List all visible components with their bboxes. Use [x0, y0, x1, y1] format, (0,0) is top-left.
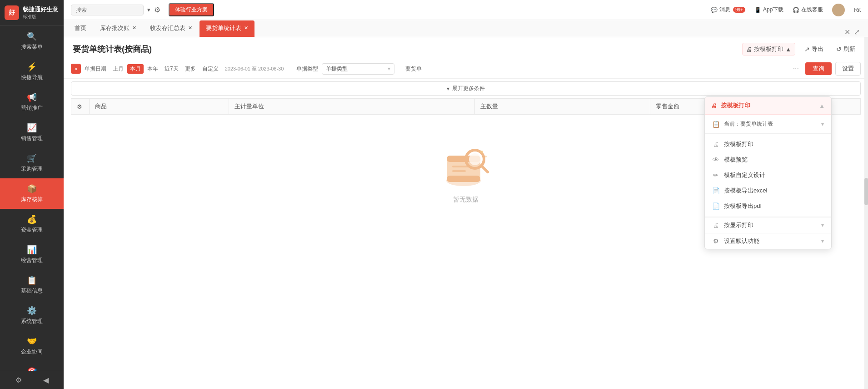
- dropdown-item-display-print[interactable]: 🖨 按显示打印 ▾: [705, 217, 831, 233]
- online-service-button[interactable]: 🎧 在线客服: [793, 6, 823, 14]
- tab-inventory-batch[interactable]: 库存批次账✕: [94, 20, 143, 37]
- collab-icon: 🤝: [27, 336, 37, 346]
- date-btn-prev_month[interactable]: 上月: [110, 64, 126, 74]
- sidebar-collapse-icon[interactable]: ◀: [43, 376, 49, 384]
- dropdown-current-label-area: 📋 当前：要货单统计表: [712, 120, 773, 128]
- dropdown-item-set-default[interactable]: ⚙ 设置默认功能 ▾: [705, 233, 831, 249]
- app-download-icon: 📱: [754, 7, 761, 13]
- display-print-icon: 🖨: [712, 222, 719, 229]
- sidebar-settings-icon[interactable]: ⚙: [15, 376, 22, 384]
- dropdown-item-template-custom[interactable]: ✏ 模板自定义设计: [705, 167, 831, 183]
- scrollbar[interactable]: [864, 37, 868, 389]
- search-chevron-icon[interactable]: ▾: [147, 6, 150, 13]
- svg-point-7: [469, 153, 481, 165]
- item-chevron: ▾: [821, 238, 824, 244]
- sidebar-item-system[interactable]: ⚙️系统管理: [0, 300, 64, 331]
- sidebar-logo: 好 畅捷通好生意 标准版: [0, 0, 64, 26]
- app-name-text: 畅捷通好生意 标准版: [23, 6, 58, 20]
- template-print-button[interactable]: 🖨 按模板打印 ▲: [742, 43, 795, 56]
- template-print-icon: 🖨: [712, 141, 719, 148]
- page-title: 要货单统计表(按商品): [73, 44, 152, 55]
- tab-order-stats[interactable]: 要货单统计表✕: [200, 20, 254, 37]
- col-header-settings[interactable]: ⚙: [71, 99, 90, 115]
- export-excel-icon: 📄: [712, 187, 719, 194]
- sidebar-item-operation[interactable]: 📊经营管理: [0, 239, 64, 270]
- sidebar-item-finance[interactable]: 💰资金管理: [0, 209, 64, 239]
- dropdown-printer-icon: 🖨: [711, 102, 717, 109]
- col-header-product: 商品: [90, 99, 229, 115]
- sidebar-item-search[interactable]: 🔍搜索菜单: [0, 26, 64, 56]
- date-btn-custom[interactable]: 自定义: [200, 64, 221, 74]
- order-type-select[interactable]: 单据类型 ▾: [322, 63, 394, 75]
- maximize-window-icon[interactable]: ⤢: [854, 28, 860, 36]
- tab-receipt-summary[interactable]: 收发存汇总表✕: [144, 20, 199, 37]
- scrollbar-thumb[interactable]: [864, 178, 868, 205]
- sidebar-item-collab[interactable]: 🤝企业协同: [0, 331, 64, 361]
- sidebar-item-basic[interactable]: 📋基础信息: [0, 270, 64, 300]
- template-custom-icon: ✏: [712, 172, 719, 179]
- topbar: ▾ ⚙ 体验行业方案 💬 消息 99+ 📱 App下载 🎧 在线客服 Rit: [64, 0, 868, 20]
- sidebar-item-marketing[interactable]: 📢营销推广: [0, 87, 64, 117]
- finance-icon: 💰: [27, 214, 37, 224]
- topbar-search-area: ▾ ⚙ 体验行业方案: [71, 3, 214, 16]
- app-download-button[interactable]: 📱 App下载: [754, 6, 783, 14]
- page-header: 要货单统计表(按商品) 🖨 按模板打印 ▲ ↗ 导出 ↺ 刷新: [64, 37, 868, 59]
- inventory-icon: 📦: [27, 184, 37, 194]
- sidebar-item-purchase[interactable]: 🛒采购管理: [0, 148, 64, 178]
- topbar-right: 💬 消息 99+ 📱 App下载 🎧 在线客服 Rit: [711, 4, 861, 16]
- sidebar-item-sales[interactable]: 📈销售管理: [0, 117, 64, 148]
- user-avatar: [832, 4, 845, 16]
- dropdown-item-export-pdf[interactable]: 📄 按模板导出pdf: [705, 198, 831, 214]
- current-item-chevron: ▾: [821, 121, 824, 127]
- query-button[interactable]: 查询: [805, 62, 832, 75]
- template-print-chevron-up: ▲: [785, 46, 791, 53]
- tab-close-order-stats[interactable]: ✕: [244, 25, 248, 31]
- dropdown-group-items: 🖨 按显示打印 ▾ ⚙ 设置默认功能 ▾: [705, 217, 831, 249]
- refresh-icon: ↺: [836, 45, 842, 53]
- date-btn-this_month[interactable]: 本月: [127, 64, 144, 74]
- svg-rect-5: [452, 170, 466, 172]
- dropdown-current-item[interactable]: 📋 当前：要货单统计表 ▾: [705, 117, 831, 131]
- quicknav-icon: ⚡: [27, 62, 37, 72]
- sidebar-item-guide[interactable]: 🎯新手引导: [0, 361, 64, 371]
- template-print-dropdown: 🖨 按模板打印 ▲ 📋 当前：要货单统计表 ▾ 🖨 按模板打印 👁 模板预览: [704, 96, 832, 249]
- settings-button[interactable]: 设置: [835, 62, 861, 76]
- empty-illustration: [439, 142, 493, 192]
- message-button[interactable]: 💬 消息 99+: [711, 6, 745, 14]
- filter-expand-icon[interactable]: »: [71, 64, 81, 74]
- sidebar-item-inventory[interactable]: 📦库存核算: [0, 178, 64, 209]
- export-pdf-icon: 📄: [712, 202, 719, 210]
- promo-button[interactable]: 体验行业方案: [169, 3, 214, 16]
- basic-icon: 📋: [27, 275, 37, 285]
- svg-rect-3: [447, 176, 480, 182]
- tab-home[interactable]: 首页: [68, 20, 93, 37]
- main-content: ▾ ⚙ 体验行业方案 💬 消息 99+ 📱 App下载 🎧 在线客服 Rit 首…: [64, 0, 868, 389]
- sidebar-scroll: 🔍搜索菜单⚡快捷导航📢营销推广📈销售管理🛒采购管理📦库存核算💰资金管理📊经营管理…: [0, 26, 64, 371]
- sidebar-footer: ⚙ ◀: [0, 371, 64, 389]
- dropdown-current-icon: 📋: [712, 121, 719, 128]
- dropdown-current-section: 📋 当前：要货单统计表 ▾: [705, 115, 831, 134]
- export-button[interactable]: ↗ 导出: [801, 43, 827, 55]
- operation-icon: 📊: [27, 245, 37, 255]
- sidebar-item-quicknav[interactable]: ⚡快捷导航: [0, 56, 64, 87]
- dropdown-item-template-print[interactable]: 🖨 按模板打印: [705, 136, 831, 152]
- svg-point-10: [485, 156, 487, 157]
- expand-conditions-button[interactable]: ▾ 展开更多条件: [71, 81, 861, 96]
- message-icon: 💬: [711, 7, 718, 13]
- close-window-icon[interactable]: ✕: [844, 28, 850, 36]
- search-input[interactable]: [71, 5, 144, 15]
- dropdown-title: 🖨 按模板打印: [711, 101, 750, 110]
- refresh-button[interactable]: ↺ 刷新: [833, 43, 859, 55]
- dropdown-item-template-preview[interactable]: 👁 模板预览: [705, 152, 831, 167]
- date-btn-recent7[interactable]: 近7天: [162, 64, 181, 74]
- tab-close-receipt-summary[interactable]: ✕: [188, 25, 192, 31]
- dropdown-close-icon[interactable]: ▲: [819, 102, 825, 109]
- window-controls: ✕ ⤢: [844, 28, 860, 36]
- tab-close-inventory-batch[interactable]: ✕: [132, 25, 136, 31]
- dropdown-main-items: 🖨 按模板打印 👁 模板预览 ✏ 模板自定义设计 📄 按模板导出excel 📄 …: [705, 134, 831, 217]
- more-options-button[interactable]: ···: [790, 63, 802, 75]
- date-btn-this_year[interactable]: 本年: [145, 64, 161, 74]
- dropdown-item-export-excel[interactable]: 📄 按模板导出excel: [705, 183, 831, 198]
- topbar-gear-icon[interactable]: ⚙: [154, 5, 160, 14]
- date-btn-more[interactable]: 更多: [182, 64, 199, 74]
